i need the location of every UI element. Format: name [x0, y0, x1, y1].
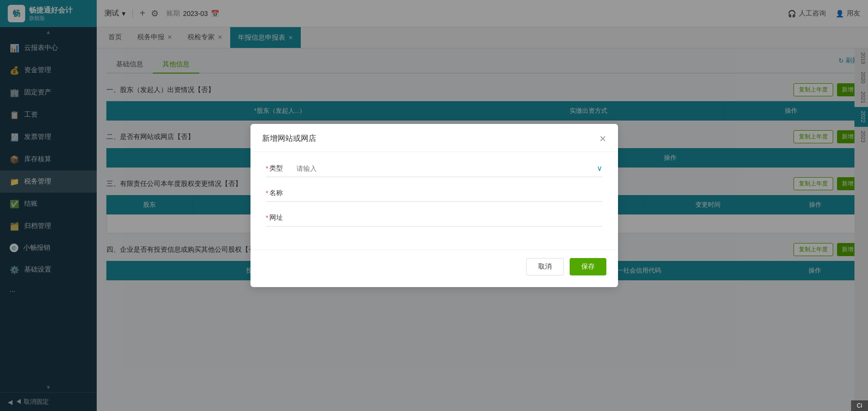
name-required-star: *	[266, 189, 268, 197]
type-label: 类型	[269, 164, 289, 173]
save-button[interactable]: 保存	[570, 258, 606, 275]
dialog-title: 新增网站或网店	[262, 134, 316, 144]
add-website-dialog: 新增网站或网店 ✕ * 类型 ∨ * 名称	[250, 124, 618, 287]
form-row-url: * 网址	[266, 213, 603, 227]
dialog-close-button[interactable]: ✕	[599, 135, 606, 143]
url-input[interactable]	[296, 214, 603, 222]
name-input[interactable]	[296, 189, 603, 197]
type-input[interactable]	[296, 165, 597, 172]
dialog-header: 新增网站或网店 ✕	[250, 124, 618, 152]
cancel-button[interactable]: 取消	[526, 258, 564, 275]
form-row-type: * 类型 ∨	[266, 164, 603, 177]
type-required-star: *	[266, 165, 268, 172]
type-dropdown-icon[interactable]: ∨	[597, 164, 603, 173]
dialog-overlay: 新增网站或网店 ✕ * 类型 ∨ * 名称	[0, 0, 868, 411]
bottom-watermark: Ci	[851, 400, 868, 411]
url-label: 网址	[269, 213, 289, 222]
form-row-name: * 名称	[266, 189, 603, 202]
dialog-footer: 取消 保存	[250, 250, 618, 287]
url-required-star: *	[266, 214, 268, 222]
name-label: 名称	[269, 189, 289, 198]
dialog-body: * 类型 ∨ * 名称 * 网址	[250, 152, 618, 250]
watermark-text: Ci	[857, 402, 862, 409]
